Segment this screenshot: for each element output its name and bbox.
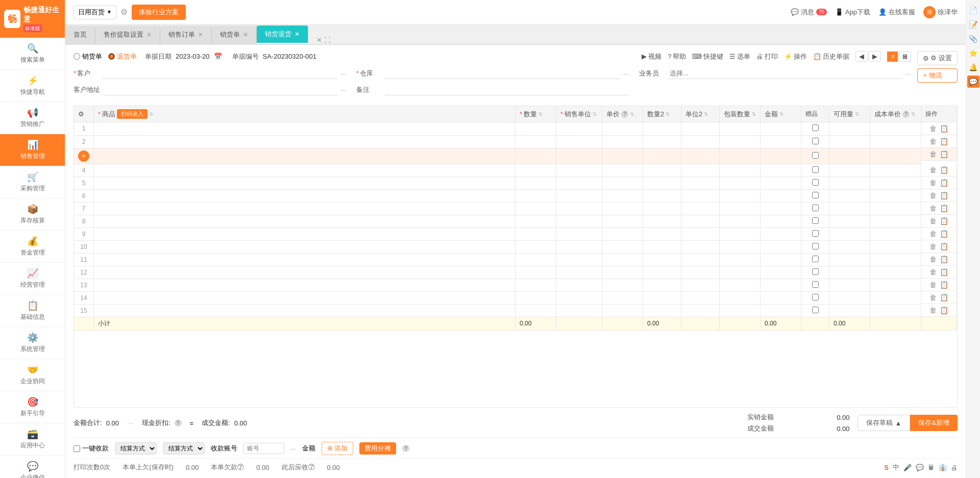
tab-sale-price[interactable]: 售价提取设置 ✕ — [95, 26, 160, 44]
next-record-btn[interactable]: ▶ — [869, 51, 881, 62]
qty-cell[interactable] — [516, 148, 556, 164]
qty-cell[interactable] — [516, 240, 556, 253]
pkg-cell[interactable] — [720, 215, 761, 228]
goods-input[interactable] — [98, 166, 511, 174]
qty2-cell[interactable] — [643, 215, 681, 228]
unit-cell[interactable] — [556, 164, 602, 177]
tool-chat-icon[interactable]: 💬 — [916, 464, 924, 471]
amount-cell[interactable] — [761, 164, 801, 177]
delete-row-button[interactable]: 🗑 — [929, 230, 937, 238]
pkg-cell[interactable] — [720, 202, 761, 215]
unit2-cell[interactable] — [681, 177, 720, 189]
unit2-cell[interactable] — [681, 240, 720, 253]
cost-cell[interactable] — [870, 228, 921, 240]
qty2-cell[interactable] — [643, 253, 681, 266]
delete-row-button[interactable]: 🗑 — [929, 124, 937, 133]
unit2-cell[interactable] — [681, 291, 720, 304]
toolbar-print[interactable]: 🖨 打印 — [756, 52, 778, 61]
qty-cell[interactable] — [516, 304, 556, 317]
delete-row-button[interactable]: 🗑 — [929, 242, 937, 250]
delete-row-button[interactable]: 🗑 — [929, 217, 937, 225]
cost-cell[interactable] — [870, 148, 921, 164]
expense-button[interactable]: 费用分摊 — [359, 442, 396, 455]
user-profile[interactable]: 徐 徐泽华 — [923, 6, 958, 18]
goods-cell[interactable] — [94, 177, 516, 189]
tab-sale-return-close[interactable]: ✕ — [295, 31, 300, 38]
unit-cell[interactable] — [556, 148, 602, 164]
address-input[interactable] — [103, 84, 337, 95]
delete-row-button[interactable]: 🗑 — [929, 150, 937, 158]
amount-cell[interactable] — [761, 291, 801, 304]
goods-cell[interactable] — [94, 122, 516, 136]
copy-row-button[interactable]: 📋 — [940, 242, 948, 250]
copy-row-button[interactable]: 📋 — [940, 217, 948, 225]
unit-cell[interactable] — [556, 304, 602, 317]
address-dots[interactable]: ··· — [340, 86, 346, 94]
copy-row-button[interactable]: 📋 — [940, 255, 948, 263]
tool-mic-icon[interactable]: 🎤 — [903, 464, 912, 471]
calc-method-select[interactable]: 结算方式 — [163, 442, 205, 455]
amount-cell[interactable] — [761, 202, 801, 215]
qty-cell[interactable] — [516, 202, 556, 215]
amount-cell[interactable] — [761, 189, 801, 202]
cost-cell[interactable] — [870, 291, 921, 304]
tab-sale-order-close[interactable]: ✕ — [198, 31, 203, 38]
price-cell[interactable] — [602, 148, 643, 164]
sidebar-item-shortcut[interactable]: ⚡ 快捷导航 — [0, 70, 65, 102]
qty-cell[interactable] — [516, 266, 556, 279]
col-settings-icon[interactable]: ⚙ — [78, 110, 84, 118]
available-cell[interactable] — [829, 122, 870, 136]
available-cell[interactable] — [829, 189, 870, 202]
toolbar-help[interactable]: ? 帮助 — [668, 52, 686, 61]
list-view-btn[interactable]: ≡ — [887, 52, 898, 62]
qty-cell[interactable] — [516, 135, 556, 148]
goods-cell[interactable] — [94, 215, 516, 228]
delete-row-button[interactable]: 🗑 — [929, 179, 937, 187]
goods-input[interactable] — [98, 217, 511, 225]
cost-cell[interactable] — [870, 177, 921, 189]
qty-sort-icon[interactable]: ⇅ — [538, 111, 543, 117]
cost-cell[interactable] — [870, 253, 921, 266]
available-cell[interactable] — [829, 291, 870, 304]
qty2-cell[interactable] — [643, 164, 681, 177]
gift-checkbox[interactable] — [812, 243, 819, 249]
tool-zh-icon[interactable]: 中 — [893, 463, 899, 472]
tab-home[interactable]: 首页 — [65, 26, 95, 44]
gift-checkbox[interactable] — [812, 192, 819, 198]
unit2-cell[interactable] — [681, 228, 720, 240]
amount-cell[interactable] — [761, 240, 801, 253]
qty-cell[interactable] — [516, 189, 556, 202]
warehouse-input[interactable]: 总仓 — [385, 68, 620, 79]
price-cell[interactable] — [602, 177, 643, 189]
settings-button[interactable]: ⚙ ⚙ 设置 — [917, 51, 958, 65]
pkg-cell[interactable] — [720, 148, 761, 164]
delete-row-button[interactable]: 🗑 — [929, 306, 937, 314]
unit-cell[interactable] — [556, 228, 602, 240]
goods-cell[interactable] — [94, 189, 516, 202]
toolbar-select[interactable]: ☰ 选单 — [729, 52, 750, 61]
pkg-cell[interactable] — [720, 240, 761, 253]
unit2-cell[interactable] — [681, 215, 720, 228]
qty-cell[interactable] — [516, 215, 556, 228]
copy-row-button[interactable]: 📋 — [940, 166, 948, 174]
unit2-cell[interactable] — [681, 189, 720, 202]
available-cell[interactable] — [829, 240, 870, 253]
price-cell[interactable] — [602, 202, 643, 215]
qty2-cell[interactable] — [643, 228, 681, 240]
price-cell[interactable] — [602, 279, 643, 291]
pkg-cell[interactable] — [720, 266, 761, 279]
tab-sale-order[interactable]: 销售订单 ✕ — [160, 26, 212, 44]
trial-button[interactable]: 体验行业方案 — [132, 5, 186, 20]
qty2-cell[interactable] — [643, 148, 681, 164]
add-row-button[interactable]: + — [78, 150, 89, 162]
goods-cell[interactable] — [94, 266, 516, 279]
goods-cell[interactable] — [94, 228, 516, 240]
toolbar-history[interactable]: 📋 历史单据 — [813, 52, 849, 61]
pkg-cell[interactable] — [720, 253, 761, 266]
qty-cell[interactable] — [516, 291, 556, 304]
goods-input[interactable] — [98, 307, 511, 314]
goods-sort-icon[interactable]: ⇅ — [149, 111, 153, 117]
price-cell[interactable] — [602, 164, 643, 177]
pkg-cell[interactable] — [720, 228, 761, 240]
copy-row-button[interactable]: 📋 — [940, 293, 948, 301]
